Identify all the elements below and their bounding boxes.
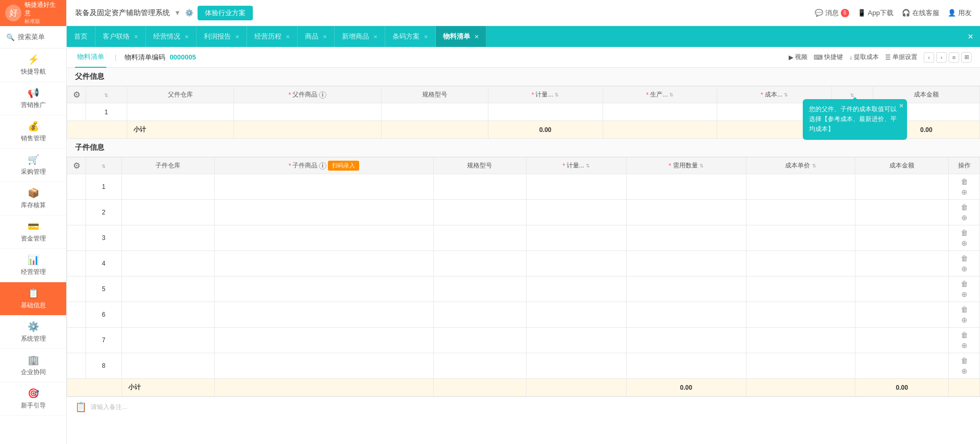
child-row6-warehouse[interactable] xyxy=(121,302,215,328)
child-row4-delete-btn[interactable]: 🗑 xyxy=(959,253,970,263)
nav-prev[interactable]: ‹ xyxy=(924,52,934,63)
nav-tab-history-close[interactable]: ✕ xyxy=(286,34,290,40)
child-row6-needed-qty[interactable] xyxy=(626,302,746,328)
sidebar-item-inventory[interactable]: 📦 库存核算 xyxy=(0,182,66,215)
child-row7-qty-unit[interactable] xyxy=(526,328,626,353)
child-row5-qty-unit[interactable] xyxy=(526,277,626,302)
child-row7-delete-btn[interactable]: 🗑 xyxy=(959,330,970,340)
nav-tab-operation-close[interactable]: ✕ xyxy=(185,34,189,40)
nav-tab-history[interactable]: 经营历程 ✕ xyxy=(247,26,298,47)
child-row4-product[interactable] xyxy=(215,251,433,277)
child-row8-spec[interactable] xyxy=(433,353,526,379)
child-product-info-icon[interactable]: ℹ xyxy=(319,162,326,170)
settings-icon[interactable]: ⚙️ xyxy=(185,9,193,17)
child-row2-qty-unit[interactable] xyxy=(526,200,626,225)
nav-tab-new-product[interactable]: 新增商品 ✕ xyxy=(335,26,385,47)
online-service-btn[interactable]: 🎧 在线客服 xyxy=(902,8,939,18)
close-all-tabs[interactable]: ✕ xyxy=(961,32,980,41)
child-row5-product[interactable] xyxy=(215,277,433,302)
user-btn[interactable]: 👤 用友 xyxy=(948,8,972,18)
child-row8-copy-btn[interactable]: ⊕ xyxy=(959,366,970,376)
child-row4-qty-unit[interactable] xyxy=(526,251,626,277)
child-row4-warehouse[interactable] xyxy=(121,251,215,277)
child-row6-product[interactable] xyxy=(215,302,433,328)
sidebar-item-basic-info[interactable]: 📋 基础信息 xyxy=(0,282,66,316)
sub-tab-bom-list[interactable]: 物料清单 xyxy=(75,47,106,68)
nav-tab-home[interactable]: 首页 xyxy=(67,26,95,47)
dropdown-arrow-icon[interactable]: ▼ xyxy=(174,9,181,17)
child-row6-spec[interactable] xyxy=(433,302,526,328)
nav-tab-new-product-close[interactable]: ✕ xyxy=(373,34,377,40)
child-row4-needed-qty[interactable] xyxy=(626,251,746,277)
child-row8-qty-unit[interactable] xyxy=(526,353,626,379)
nav-tab-profit[interactable]: 利润报告 ✕ xyxy=(197,26,247,47)
child-row6-delete-btn[interactable]: 🗑 xyxy=(959,304,970,315)
child-row1-spec[interactable] xyxy=(433,174,526,200)
child-row3-delete-btn[interactable]: 🗑 xyxy=(959,227,970,238)
child-row1-warehouse[interactable] xyxy=(121,174,215,200)
nav-tab-profit-close[interactable]: ✕ xyxy=(235,34,239,40)
sidebar-item-enterprise[interactable]: 🏢 企业协同 xyxy=(0,349,66,382)
child-row7-needed-qty[interactable] xyxy=(626,328,746,353)
parent-row1-production[interactable] xyxy=(603,103,717,121)
shortcut-btn[interactable]: ⌨ 快捷键 xyxy=(814,53,843,62)
child-row1-qty-unit[interactable] xyxy=(526,174,626,200)
nav-tab-barcode-close[interactable]: ✕ xyxy=(424,34,428,40)
child-row2-needed-qty[interactable] xyxy=(626,200,746,225)
app-download-btn[interactable]: 📱 App下载 xyxy=(858,8,893,18)
child-row2-copy-btn[interactable]: ⊕ xyxy=(959,212,970,223)
child-row8-delete-btn[interactable]: 🗑 xyxy=(959,355,970,366)
child-row7-warehouse[interactable] xyxy=(121,328,215,353)
nav-tab-operation[interactable]: 经营情况 ✕ xyxy=(146,26,197,47)
tooltip-close-icon[interactable]: ✕ xyxy=(899,101,904,111)
sidebar-item-marketing[interactable]: 📢 营销推广 xyxy=(0,82,66,115)
nav-menu[interactable]: ≡ xyxy=(949,52,959,63)
parent-row1-spec[interactable] xyxy=(381,103,488,121)
child-row3-product[interactable] xyxy=(215,225,433,251)
sidebar-item-quick-nav[interactable]: ⚡ 快捷导航 xyxy=(0,49,66,82)
sidebar-item-guide[interactable]: 🎯 新手引导 xyxy=(0,382,66,416)
child-row2-delete-btn[interactable]: 🗑 xyxy=(959,202,970,212)
child-row2-product[interactable] xyxy=(215,200,433,225)
child-row6-copy-btn[interactable]: ⊕ xyxy=(959,315,970,325)
sidebar-item-purchase[interactable]: 🛒 采购管理 xyxy=(0,149,66,182)
trial-button[interactable]: 体验行业方案 xyxy=(198,6,253,20)
scan-button[interactable]: 扫码录入 xyxy=(328,161,359,171)
child-row8-needed-qty[interactable] xyxy=(626,353,746,379)
parent-settings-icon[interactable]: ⚙ xyxy=(73,90,80,99)
child-row5-spec[interactable] xyxy=(433,277,526,302)
child-row3-needed-qty[interactable] xyxy=(626,225,746,251)
video-btn[interactable]: ▶ 视频 xyxy=(789,53,807,62)
search-menu-button[interactable]: 🔍 搜索菜单 xyxy=(4,30,62,44)
child-row3-warehouse[interactable] xyxy=(121,225,215,251)
child-row3-qty-unit[interactable] xyxy=(526,225,626,251)
child-row1-needed-qty[interactable] xyxy=(626,174,746,200)
message-btn[interactable]: 💬 消息 6 xyxy=(815,8,849,18)
child-row5-needed-qty[interactable] xyxy=(626,277,746,302)
nav-next[interactable]: › xyxy=(936,52,947,63)
nav-tab-customer[interactable]: 客户联络 ✕ xyxy=(95,26,146,47)
nav-tab-bom[interactable]: 物料清单 ✕ xyxy=(436,26,486,47)
child-row1-product[interactable] xyxy=(215,174,433,200)
single-setting-btn[interactable]: ☰ 单据设置 xyxy=(885,53,917,62)
sidebar-item-operations[interactable]: 📊 经营管理 xyxy=(0,249,66,282)
parent-row1-qty[interactable] xyxy=(488,103,603,121)
parent-product-info-icon[interactable]: ℹ xyxy=(319,91,326,99)
child-row5-delete-btn[interactable]: 🗑 xyxy=(959,279,970,289)
nav-tab-customer-close[interactable]: ✕ xyxy=(134,34,138,40)
child-row7-product[interactable] xyxy=(215,328,433,353)
child-row1-copy-btn[interactable]: ⊕ xyxy=(959,187,970,197)
child-row4-copy-btn[interactable]: ⊕ xyxy=(959,263,970,274)
nav-expand[interactable]: ⊞ xyxy=(961,52,972,63)
parent-row1-warehouse[interactable] xyxy=(127,103,234,121)
child-row3-spec[interactable] xyxy=(433,225,526,251)
child-row3-copy-btn[interactable]: ⊕ xyxy=(959,238,970,248)
child-row1-delete-btn[interactable]: 🗑 xyxy=(959,176,970,187)
child-settings-icon[interactable]: ⚙ xyxy=(73,161,80,170)
child-row5-copy-btn[interactable]: ⊕ xyxy=(959,289,970,299)
sidebar-item-system[interactable]: ⚙️ 系统管理 xyxy=(0,316,66,349)
nav-tab-barcode[interactable]: 条码方案 ✕ xyxy=(385,26,436,47)
child-row6-qty-unit[interactable] xyxy=(526,302,626,328)
nav-tab-product-close[interactable]: ✕ xyxy=(323,34,327,40)
child-row8-warehouse[interactable] xyxy=(121,353,215,379)
